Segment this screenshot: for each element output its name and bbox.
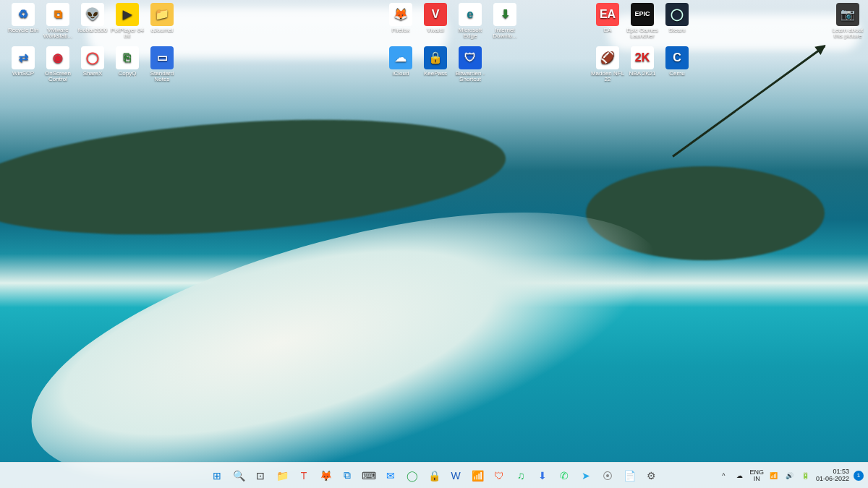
cemu-icon: C [665, 46, 689, 69]
icloud-icon: ☁ [389, 46, 412, 69]
taskbar-vitals[interactable]: ⦿ [598, 466, 617, 485]
keepass-label: KeePass [418, 71, 453, 77]
taskbar-settings[interactable]: ⚙ [642, 466, 660, 485]
desktop-icon-cemu[interactable]: CCemu [660, 46, 694, 77]
stdnotes-label: Standard Notes [145, 71, 179, 83]
taskbar-start[interactable]: ⊞ [208, 466, 226, 485]
taskbar-todoist[interactable]: T [294, 466, 313, 485]
desktop-icon-bitwarden[interactable]: 🛡Bitwarden - Shortcut [453, 46, 488, 83]
potplayer-icon: ▶ [116, 3, 139, 26]
desktop-icon-ea[interactable]: EAEA [590, 3, 625, 33]
tray-date: 01-06-2022 [816, 476, 849, 483]
steam-label: Steam [660, 27, 694, 33]
taskbar-rss[interactable]: 📶 [468, 466, 487, 485]
desktop-icon-vivaldi[interactable]: VVivaldi [418, 3, 453, 33]
camera-icon: 📷 [841, 9, 855, 21]
idm-icon: ⬇ [493, 3, 516, 26]
desktop-icon-nba2k21[interactable]: 2KNBA 2K21 [625, 46, 660, 77]
desktop-icon-stdnotes[interactable]: ▭Standard Notes [145, 46, 179, 83]
desktop-icon-madden[interactable]: 🏈Madden NFL 22 [590, 46, 625, 83]
taskbar-libreoffice[interactable]: 📄 [620, 466, 639, 485]
recycle-bin-label: Recycle Bin [6, 27, 41, 33]
taskbar-spotify[interactable]: ♫ [511, 466, 530, 485]
edge-icon: e [459, 3, 482, 26]
desktop-icon-epic[interactable]: EPICEpic Games Launcher [625, 3, 660, 40]
tray-notifications-badge[interactable]: 1 [854, 471, 864, 481]
taskbar-search[interactable]: 🔍 [229, 466, 248, 485]
desktop-icon-edge[interactable]: eMicrosoft Edge [453, 3, 488, 40]
taskbar-taskview[interactable]: ⊡ [251, 466, 270, 485]
madden-icon: 🏈 [596, 46, 619, 69]
tray-wifi-icon[interactable]: 📶 [768, 470, 780, 481]
desktop-icon-recycle-bin[interactable]: ♻Recycle Bin [6, 3, 41, 33]
taskbar-brave[interactable]: 🛡 [490, 466, 509, 485]
desktop[interactable]: ♻Recycle Bin⧉VMware Workstati...👽foobar2… [0, 0, 868, 488]
vivaldi-label: Vivaldi [418, 27, 453, 33]
bitwarden-icon: 🛡 [459, 46, 482, 69]
firefox-label: Firefox [383, 27, 418, 33]
epic-label: Epic Games Launcher [625, 27, 660, 40]
foobar2000-label: foobar2000 [75, 27, 110, 33]
potplayer-label: PotPlayer 64 bit [110, 27, 145, 40]
taskbar-center: ⊞🔍⊡📁T🦊⧉⌨✉◯🔒W📶🛡♫⬇✆➤⦿📄⚙ [208, 466, 660, 485]
desktop-icon-keepass[interactable]: 🔒KeePass [418, 46, 453, 77]
qjournal-label: qJournal [145, 27, 179, 33]
spotlight-learn-icon[interactable]: 📷 Learn about this picture [830, 3, 865, 40]
taskbar-thunderbird[interactable]: ✉ [381, 466, 400, 485]
bitwarden-label: Bitwarden - Shortcut [453, 71, 488, 83]
desktop-icon-vmware[interactable]: ⧉VMware Workstati... [41, 3, 75, 40]
onscreen-icon: ◉ [46, 46, 69, 69]
taskbar-qbittorrent[interactable]: ⬇ [533, 466, 552, 485]
desktop-icon-foobar2000[interactable]: 👽foobar2000 [75, 3, 110, 33]
taskbar-telegram[interactable]: ➤ [576, 466, 595, 485]
edge-label: Microsoft Edge [453, 27, 488, 40]
spotlight-label: Learn about this picture [830, 27, 865, 40]
taskbar-firefox-tb[interactable]: 🦊 [316, 466, 335, 485]
tray-onedrive-icon[interactable]: ☁ [733, 470, 745, 481]
tray-chevron-icon[interactable]: ^ [718, 470, 729, 481]
tray-battery-icon[interactable]: 🔋 [800, 470, 812, 481]
taskbar-explorer[interactable]: 📁 [273, 466, 292, 485]
tray-language[interactable]: ENG IN [749, 469, 764, 482]
epic-icon: EPIC [631, 3, 654, 26]
tray-language-bottom: IN [749, 476, 764, 482]
taskbar-chrome[interactable]: ◯ [403, 466, 422, 485]
recycle-bin-icon: ♻ [12, 3, 35, 26]
stdnotes-icon: ▭ [150, 46, 174, 69]
taskbar-vscode[interactable]: ⧉ [338, 466, 357, 485]
desktop-icon-firefox[interactable]: 🦊Firefox [383, 3, 418, 33]
ea-icon: EA [596, 3, 619, 26]
firefox-icon: 🦊 [389, 3, 412, 26]
tray-clock[interactable]: 01:53 01-06-2022 [816, 468, 849, 483]
desktop-icon-icloud[interactable]: ☁iCloud [383, 46, 418, 77]
qjournal-icon: 📁 [150, 3, 174, 26]
desktop-icon-winscp[interactable]: ⇄WinSCP [6, 46, 41, 77]
keepass-icon: 🔒 [424, 46, 447, 69]
sharex-icon: ◯ [81, 46, 104, 69]
desktop-icon-onscreen[interactable]: ◉OnScreen Control [41, 46, 75, 83]
vmware-label: VMware Workstati... [41, 27, 75, 40]
taskbar-keepass-tb[interactable]: 🔒 [425, 466, 443, 485]
nba2k21-label: NBA 2K21 [625, 71, 660, 77]
idm-label: Internet Downlo... [488, 27, 522, 40]
steam-icon: ◯ [665, 3, 689, 26]
onscreen-label: OnScreen Control [41, 71, 75, 83]
desktop-icon-copyq[interactable]: ⎘CopyQ [110, 46, 145, 77]
desktop-icon-potplayer[interactable]: ▶PotPlayer 64 bit [110, 3, 145, 40]
nba2k21-icon: 2K [631, 46, 654, 69]
taskbar[interactable]: ⊞🔍⊡📁T🦊⧉⌨✉◯🔒W📶🛡♫⬇✆➤⦿📄⚙ ^ ☁ ENG IN 📶 🔊 🔋 0… [0, 462, 868, 488]
madden-label: Madden NFL 22 [590, 71, 625, 83]
sharex-label: ShareX [75, 71, 110, 77]
system-tray[interactable]: ^ ☁ ENG IN 📶 🔊 🔋 01:53 01-06-2022 1 [718, 463, 864, 488]
desktop-icon-idm[interactable]: ⬇Internet Downlo... [488, 3, 522, 40]
desktop-icon-sharex[interactable]: ◯ShareX [75, 46, 110, 77]
desktop-icon-qjournal[interactable]: 📁qJournal [145, 3, 179, 33]
winscp-icon: ⇄ [12, 46, 35, 69]
taskbar-word[interactable]: W [446, 466, 465, 485]
tray-volume-icon[interactable]: 🔊 [784, 470, 796, 481]
icloud-label: iCloud [383, 71, 418, 77]
taskbar-whatsapp[interactable]: ✆ [555, 466, 574, 485]
taskbar-terminal[interactable]: ⌨ [359, 466, 378, 485]
desktop-icon-steam[interactable]: ◯Steam [660, 3, 694, 33]
copyq-label: CopyQ [110, 71, 145, 77]
